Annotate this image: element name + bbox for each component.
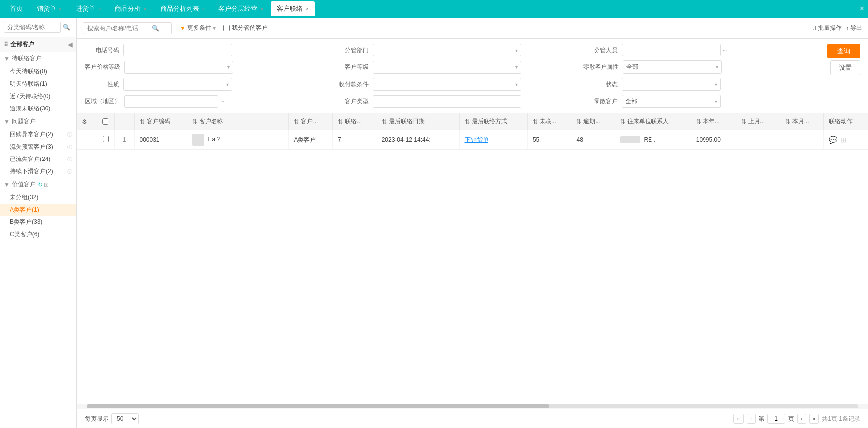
- nav-tab-customer-tier[interactable]: 客户分层经营 ×: [213, 1, 269, 16]
- filter-price-level-select[interactable]: ▾: [124, 61, 233, 74]
- th-company-contact[interactable]: ⇅ 往来单位联系人: [615, 113, 691, 130]
- sort-icon: ⇅: [741, 118, 746, 125]
- export-button[interactable]: ↑ 导出: [846, 24, 862, 32]
- bulk-operation-button[interactable]: ☑ 批量操作: [811, 24, 842, 32]
- th-gear[interactable]: ⚙: [77, 113, 97, 130]
- row-company-contact-cell: RE .: [615, 130, 691, 150]
- sidebar-item-churn-warning[interactable]: 流失预警客户(3) ⓘ: [0, 141, 76, 153]
- close-icon[interactable]: ×: [202, 6, 205, 12]
- settings-icon[interactable]: ⊞: [44, 181, 49, 188]
- th-this-year[interactable]: ⇅ 本年...: [691, 113, 736, 130]
- filter-phone-input[interactable]: [123, 44, 232, 56]
- page-size-select[interactable]: 50 100 200: [111, 413, 139, 424]
- row-checkbox-cell[interactable]: [97, 130, 114, 150]
- sidebar-search-icon[interactable]: 🔍: [63, 24, 70, 31]
- first-page-button[interactable]: «: [733, 414, 744, 424]
- toolbar-search-icon[interactable]: 🔍: [152, 25, 159, 32]
- sidebar-item-churned[interactable]: 已流失客户(24) ⓘ: [0, 153, 76, 165]
- close-icon[interactable]: ×: [260, 6, 263, 12]
- th-last-contact-method[interactable]: ⇅ 最后联络方式: [459, 113, 527, 130]
- sidebar-item-class-b[interactable]: B类客户(33): [0, 216, 76, 228]
- th-uncontacted[interactable]: ⇅ 未联...: [527, 113, 571, 130]
- refresh-icon[interactable]: ↻: [38, 181, 43, 188]
- prev-page-button[interactable]: ‹: [747, 414, 756, 424]
- my-customers-checkbox[interactable]: [223, 25, 230, 31]
- filter-retail-attr-select[interactable]: 全部 ▾: [623, 60, 722, 74]
- scrollbar-thumb[interactable]: [87, 404, 549, 408]
- nav-tab-customer-contact[interactable]: 客户联络 ×: [271, 1, 315, 16]
- th-customer-name[interactable]: ⇅ 客户名称: [187, 113, 289, 130]
- close-icon[interactable]: ×: [98, 6, 101, 12]
- filter-more-button[interactable]: ▼ 更多条件 ▾: [176, 22, 219, 34]
- filter-customer-type-input[interactable]: [373, 95, 521, 108]
- top-nav: 首页 销货单 × 进货单 × 商品分析 × 商品分析列表 × 客户分层经营 × …: [0, 0, 868, 18]
- filter-region-input[interactable]: [124, 95, 218, 108]
- message-icon[interactable]: 💬: [829, 136, 837, 144]
- toolbar-search-input[interactable]: [87, 25, 152, 32]
- row-checkbox[interactable]: [103, 136, 109, 142]
- close-all-button[interactable]: ×: [860, 4, 864, 13]
- last-page-button[interactable]: »: [809, 414, 819, 424]
- filter-row-1: 电话号码 分管部门 ▾ 分管人员: [85, 44, 822, 56]
- sidebar-all-customers-header[interactable]: ⠿ 全部客户 ◀: [0, 37, 76, 52]
- customer-name-text: Ea ?: [208, 136, 220, 143]
- more-options-icon[interactable]: ···: [220, 99, 224, 104]
- my-customers-checkbox-label[interactable]: 我分管的客户: [223, 24, 268, 32]
- sidebar-item-7days[interactable]: 近7天待联络(0): [0, 90, 76, 103]
- item-label: B类客户(33): [10, 218, 42, 226]
- horizontal-scrollbar[interactable]: [77, 404, 868, 409]
- filter-status-select[interactable]: ▾: [622, 78, 721, 91]
- sidebar-item-today[interactable]: 今天待联络(0): [0, 65, 76, 78]
- close-icon[interactable]: ×: [59, 6, 62, 12]
- sidebar-search-input[interactable]: [4, 22, 61, 33]
- filter-person-input[interactable]: [622, 44, 721, 56]
- query-button[interactable]: 查询: [827, 44, 860, 58]
- th-customer-code[interactable]: ⇅ 客户编码: [134, 113, 187, 130]
- filter-retail-select[interactable]: 全部 ▾: [622, 95, 721, 108]
- export-icon: ↑: [846, 25, 849, 32]
- nav-tab-product-list[interactable]: 商品分析列表 ×: [155, 1, 211, 16]
- nav-tab-home[interactable]: 首页: [4, 1, 29, 16]
- filter-customer-level-select[interactable]: ▾: [373, 61, 521, 74]
- sidebar-item-class-a[interactable]: A类客户(1): [0, 204, 76, 216]
- filter-nature-select[interactable]: ▾: [123, 78, 232, 91]
- sidebar-item-declining[interactable]: 持续下滑客户(2) ⓘ: [0, 165, 76, 178]
- th-checkbox[interactable]: [97, 113, 114, 130]
- th-overdue[interactable]: ⇅ 逾期...: [571, 113, 615, 130]
- close-icon[interactable]: ×: [144, 6, 147, 12]
- sidebar-collapse-icon[interactable]: ◀: [68, 41, 72, 48]
- th-this-month[interactable]: ⇅ 本月...: [780, 113, 824, 130]
- sidebar-group-pending-title[interactable]: ▼ 待联络客户: [0, 52, 76, 65]
- filter-dept-select[interactable]: ▾: [373, 44, 521, 56]
- nav-tab-purchase[interactable]: 进货单 ×: [70, 1, 107, 16]
- th-last-contact-date[interactable]: ⇅ 最后联络日期: [377, 113, 459, 130]
- filter-payment: 收付款条件 ▾: [334, 78, 573, 91]
- page-number-input[interactable]: [767, 414, 785, 424]
- more-options-icon[interactable]: ···: [723, 48, 727, 53]
- th-contact-count[interactable]: ⇅ 联络...: [333, 113, 377, 130]
- nav-tab-product-analysis[interactable]: 商品分析 ×: [109, 1, 153, 16]
- close-icon[interactable]: ×: [306, 6, 309, 12]
- settings-button[interactable]: 设置: [830, 60, 860, 75]
- row-gear-cell[interactable]: [77, 130, 97, 150]
- sidebar-group-problem-title[interactable]: ▼ 问题客户: [0, 115, 76, 128]
- nav-tab-sales[interactable]: 销货单 ×: [31, 1, 68, 16]
- sidebar-item-overdue[interactable]: 逾期未联络(30): [0, 103, 76, 115]
- sidebar-group-value-title[interactable]: ▼ 价值客户 ↻ ⊞: [0, 178, 76, 191]
- qr-code-icon[interactable]: ⊞: [840, 136, 846, 144]
- th-customer-type[interactable]: ⇅ 客户...: [289, 113, 333, 130]
- sidebar-item-repurchase-anomaly[interactable]: 回购异常客户(2) ⓘ: [0, 128, 76, 141]
- next-page-button[interactable]: ›: [797, 414, 806, 424]
- select-all-checkbox[interactable]: [102, 118, 108, 125]
- sidebar-item-unclassified[interactable]: 未分组(32): [0, 191, 76, 204]
- sidebar-item-class-c[interactable]: C类客户(6): [0, 228, 76, 241]
- sidebar-item-tomorrow[interactable]: 明天待联络(1): [0, 78, 76, 90]
- row-code-cell: 000031: [134, 130, 187, 150]
- th-last-month[interactable]: ⇅ 上月...: [736, 113, 780, 130]
- chevron-down-icon: ▾: [515, 48, 518, 53]
- sort-icon: ⇅: [140, 118, 145, 125]
- customer-avatar: [192, 134, 204, 146]
- row-last-method-cell[interactable]: 下销货单: [459, 130, 527, 150]
- filter-payment-select[interactable]: ▾: [373, 78, 521, 91]
- last-method-link[interactable]: 下销货单: [465, 136, 488, 143]
